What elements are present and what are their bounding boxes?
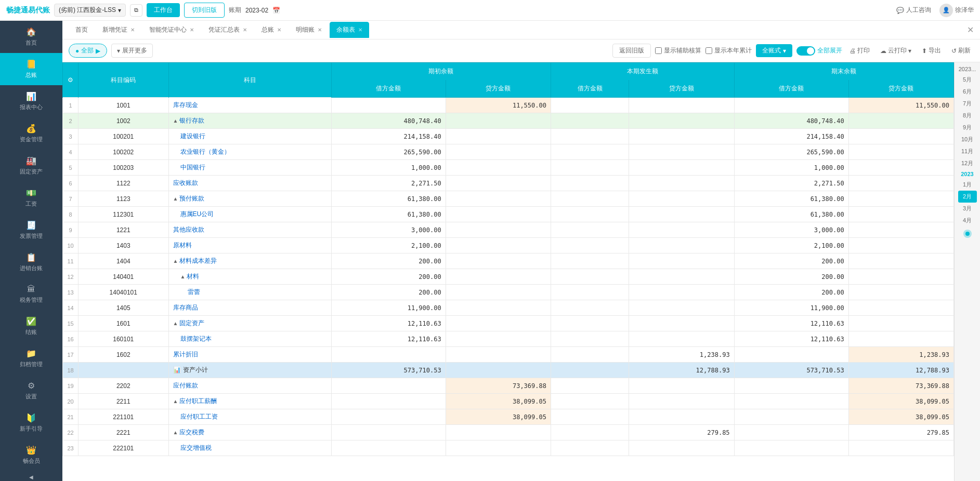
sidebar-item-reports[interactable]: 📊 报表中心 (0, 85, 62, 117)
cloud-print-button[interactable]: ☁ 云打印 ▾ (877, 44, 914, 57)
row-name[interactable]: 库存商品 (168, 300, 331, 316)
sidebar-item-ledger[interactable]: 📒 总账 (0, 53, 62, 85)
show-aux-checkbox[interactable]: 显示辅助核算 (655, 46, 701, 55)
ob-debit-cell: 2,271.50 (331, 176, 446, 191)
row-name[interactable]: ▲材料成本差异 (168, 253, 331, 269)
switch-version-button[interactable]: 切到旧版 (184, 3, 225, 18)
all-filter-button[interactable]: ● 全部 ▶ (69, 44, 107, 58)
tab-detail-ledger-close[interactable]: ✕ (318, 27, 322, 33)
company-selector[interactable]: (劣前) 江西股金-LSS ▾ (54, 4, 126, 17)
row-name[interactable]: 累计折旧 (168, 347, 331, 363)
tab-smart-center[interactable]: 智能凭证中心 ✕ (142, 22, 201, 38)
tab-general-ledger-close[interactable]: ✕ (277, 27, 281, 33)
timeline-month-4[interactable]: 4月 (958, 215, 977, 226)
expand-all-toggle[interactable]: 全部展开 (796, 46, 842, 56)
copy-button[interactable]: ⧉ (130, 4, 142, 17)
fullmode-button[interactable]: 全账式 ▾ (756, 44, 792, 57)
timeline-month-5[interactable]: 5月 (958, 74, 977, 86)
code-header: 科目编码 (79, 63, 169, 98)
timeline-month-11[interactable]: 11月 (958, 145, 977, 157)
tab-smart-center-label: 智能凭证中心 (149, 25, 187, 34)
timeline-month-12[interactable]: 12月 (958, 157, 977, 169)
sidebar-item-home[interactable]: 🏠 首页 (0, 21, 62, 53)
row-name[interactable]: 应付账款 (168, 378, 331, 394)
row-name[interactable]: 鼓摆架记本 (168, 331, 331, 347)
row-name[interactable]: ▲材料 (168, 269, 331, 285)
timeline-month-2[interactable]: 2月 (958, 191, 977, 203)
member-icon: 👑 (26, 445, 36, 455)
row-name[interactable]: 应收账款 (168, 176, 331, 191)
tab-general-ledger[interactable]: 总账 ✕ (255, 22, 288, 38)
expand-more-button[interactable]: ▾ 展开更多 (111, 44, 153, 58)
row-name[interactable]: 惠属EU公司 (168, 207, 331, 222)
sidebar-item-archive[interactable]: 📁 归档管理 (0, 342, 62, 375)
show-ytd-input[interactable] (705, 47, 712, 54)
sidebar-item-guide[interactable]: 🔰 新手引导 (0, 407, 62, 439)
workbench-button[interactable]: 工作台 (147, 3, 180, 17)
row-name[interactable]: 建设银行 (168, 129, 331, 144)
timeline-month-9[interactable]: 9月 (958, 122, 977, 133)
sidebar-item-member[interactable]: 👑 畅会员 (0, 439, 62, 471)
row-name[interactable]: ▲银行存款 (168, 113, 331, 129)
timeline-month-10[interactable]: 10月 (958, 133, 977, 145)
row-name[interactable]: ▲应付职工薪酬 (168, 394, 331, 409)
row-code: 14040101 (79, 285, 169, 300)
sidebar-item-salary[interactable]: 💵 工资 (0, 182, 62, 214)
sidebar-item-sales[interactable]: 📋 进销台账 (0, 246, 62, 278)
tab-balance-sheet-close[interactable]: ✕ (358, 27, 362, 33)
unpin-button[interactable]: ◀ 取消固定 (0, 471, 62, 481)
table-wrapper[interactable]: ⚙ 科目编码 科目 期初余额 本期发生额 期末余额 借方金额 贷方金额 借方金额 (62, 62, 954, 481)
cb-debit-cell (734, 347, 848, 363)
timeline-month-7[interactable]: 7月 (958, 98, 977, 110)
export-button[interactable]: ⬆ 导出 (919, 44, 944, 57)
user-area[interactable]: 👤 徐泽华 (939, 4, 974, 17)
cp-credit-cell (629, 191, 734, 207)
tab-new-voucher[interactable]: 新增凭证 ✕ (96, 22, 141, 38)
row-name[interactable]: ▲应交税费 (168, 425, 331, 440)
tab-voucher-summary-close[interactable]: ✕ (243, 27, 247, 33)
row-num: 19 (63, 378, 79, 394)
row-name[interactable]: ▲固定资产 (168, 316, 331, 331)
ob-debit-cell: 3,000.00 (331, 222, 446, 238)
row-name[interactable]: ▲预付账款 (168, 191, 331, 207)
row-name[interactable]: 原材料 (168, 238, 331, 253)
row-name[interactable]: 应交增值税 (168, 440, 331, 456)
row-name[interactable]: 农业银行（黄金） (168, 144, 331, 160)
print-button[interactable]: 🖨 打印 (846, 44, 873, 57)
tab-home[interactable]: 首页 (69, 22, 95, 38)
toggle-switch[interactable] (796, 46, 815, 56)
row-name[interactable]: 库存现金 (168, 98, 331, 113)
checkout-icon: ✅ (26, 316, 36, 326)
consult-button[interactable]: 💬 人工咨询 (896, 6, 931, 15)
show-ytd-checkbox[interactable]: 显示本年累计 (705, 46, 752, 55)
cp-debit-cell (551, 394, 629, 409)
cb-debit-header: 借方金额 (734, 80, 848, 98)
row-name[interactable]: 雷蕾 (168, 285, 331, 300)
tab-new-voucher-close[interactable]: ✕ (130, 27, 135, 33)
row-name[interactable]: 中国银行 (168, 160, 331, 176)
cp-credit-cell (629, 331, 734, 347)
refresh-button[interactable]: ↺ 刷新 (948, 44, 974, 57)
settings-header[interactable]: ⚙ (63, 63, 79, 98)
row-name[interactable]: 其他应收款 (168, 222, 331, 238)
sidebar-item-settings[interactable]: ⚙ 设置 (0, 375, 62, 407)
sidebar-item-fixed-assets[interactable]: 🏭 固定资产 (0, 150, 62, 182)
sidebar-item-checkout[interactable]: ✅ 结账 (0, 310, 62, 342)
close-all-tabs[interactable]: ✕ (967, 25, 974, 35)
timeline-month-8[interactable]: 8月 (958, 110, 977, 122)
sidebar-item-funds[interactable]: 💰 资金管理 (0, 117, 62, 150)
tab-detail-ledger[interactable]: 明细账 ✕ (289, 22, 329, 38)
sidebar-item-tax[interactable]: 🏛 税务管理 (0, 278, 62, 310)
calendar-icon[interactable]: 📅 (272, 7, 280, 14)
tab-voucher-summary[interactable]: 凭证汇总表 ✕ (202, 22, 254, 38)
tab-smart-center-close[interactable]: ✕ (190, 27, 194, 33)
row-name[interactable]: 应付职工工资 (168, 409, 331, 425)
timeline-month-1[interactable]: 1月 (958, 179, 977, 191)
timeline-month-3[interactable]: 3月 (958, 203, 977, 215)
show-aux-input[interactable] (655, 47, 662, 54)
row-num: 8 (63, 207, 79, 222)
return-old-button[interactable]: 返回旧版 (612, 44, 651, 58)
timeline-month-6[interactable]: 6月 (958, 86, 977, 98)
sidebar-item-invoice[interactable]: 🧾 发票管理 (0, 214, 62, 246)
tab-balance-sheet[interactable]: 余额表 ✕ (330, 22, 369, 38)
